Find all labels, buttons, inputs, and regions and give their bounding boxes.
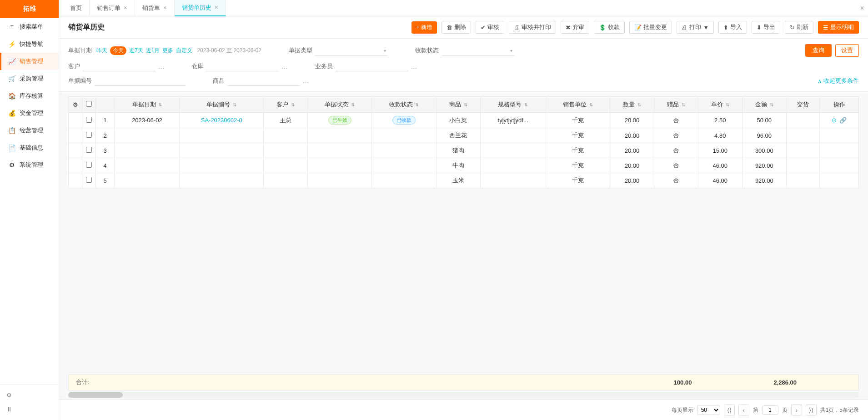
select-all-checkbox[interactable] [86, 101, 92, 107]
customer-dots-btn[interactable]: ... [158, 62, 164, 70]
goods-input[interactable] [227, 76, 300, 86]
shortcut-more[interactable]: 更多 [162, 47, 173, 55]
sidebar-item-sys-mgmt[interactable]: ⚙ 系统管理 [0, 156, 59, 174]
col-goods[interactable]: 商品 ⇅ [436, 97, 480, 113]
page-number-input[interactable] [762, 405, 778, 415]
warehouse-input[interactable] [206, 61, 279, 71]
new-button[interactable]: + 新增 [411, 21, 437, 34]
col-doc-date[interactable]: 单据日期 ⇅ [115, 97, 180, 113]
shortcut-1month[interactable]: 近1月 [146, 47, 160, 55]
cell-operation[interactable] [820, 143, 859, 158]
sort-unit-icon[interactable]: ⇅ [589, 102, 593, 107]
sort-amount-icon[interactable]: ⇅ [770, 102, 773, 107]
doc-type-select[interactable] [315, 45, 388, 55]
col-unit-price[interactable]: 单价 ⇅ [698, 97, 742, 113]
goods-dots-btn[interactable]: ... [303, 77, 309, 85]
staff-dots-btn[interactable]: ... [411, 62, 417, 70]
cell-checkbox[interactable] [82, 113, 96, 128]
link-btn[interactable]: 🔗 [839, 117, 847, 124]
col-pay-status[interactable]: 收款状态 ⇅ [372, 97, 436, 113]
import-button[interactable]: ⬆ 导入 [718, 21, 747, 34]
docno-input[interactable] [95, 76, 186, 86]
sort-goods-icon[interactable]: ⇅ [464, 102, 467, 107]
col-gift[interactable]: 赠品 ⇅ [654, 97, 698, 113]
print-button[interactable]: 🖨 打印 ▼ [677, 21, 714, 34]
col-customer[interactable]: 客户 ⇅ [264, 97, 308, 113]
cell-operation[interactable] [820, 158, 859, 173]
sort-gift-icon[interactable]: ⇅ [682, 102, 685, 107]
row-checkbox[interactable] [86, 117, 92, 123]
filter-settings-button[interactable]: 设置 [835, 44, 859, 57]
sidebar-bottom-pause[interactable]: ⏸ [0, 402, 59, 416]
customer-input[interactable] [83, 61, 156, 71]
export-button[interactable]: ⬇ 导出 [752, 21, 780, 34]
row-checkbox[interactable] [86, 162, 92, 168]
shortcut-today[interactable]: 今天 [110, 46, 126, 55]
row-checkbox[interactable] [86, 177, 92, 183]
sidebar-item-sales-mgmt[interactable]: 📈 销售管理 [0, 53, 59, 70]
pay-status-select[interactable] [442, 45, 514, 55]
prev-page-btn[interactable]: ‹ [738, 405, 749, 415]
first-page-btn[interactable]: ⟨⟨ [724, 405, 735, 415]
tab-sales-delivery-close[interactable]: ✕ [163, 5, 167, 11]
col-settings[interactable]: ⚙ [69, 97, 82, 113]
review-print-button[interactable]: 🖨 审核并打印 [509, 21, 556, 34]
tab-sales-order[interactable]: 销售订单 ✕ [90, 0, 135, 16]
query-button[interactable]: 查询 [805, 44, 832, 57]
per-page-select[interactable]: 50 100 [697, 405, 720, 415]
sidebar-bottom-settings[interactable]: ⚙ [0, 388, 59, 402]
last-page-btn[interactable]: ⟩⟩ [806, 405, 817, 415]
col-doc-status[interactable]: 单据状态 ⇅ [308, 97, 372, 113]
sort-doc-status-icon[interactable]: ⇅ [351, 102, 355, 107]
collapse-btn[interactable]: ∧ 收起更多条件 [818, 77, 859, 85]
cell-checkbox[interactable] [82, 158, 96, 173]
sort-unit-price-icon[interactable]: ⇅ [726, 102, 729, 107]
col-checkbox[interactable] [82, 97, 96, 113]
sort-spec-icon[interactable]: ⇅ [524, 102, 528, 107]
collect-button[interactable]: 💲 收款 [594, 21, 625, 34]
edit-btn[interactable]: ⊙ [832, 117, 837, 124]
show-detail-button[interactable]: ☰ 显示明细 [818, 21, 859, 34]
cell-checkbox[interactable] [82, 173, 96, 188]
sidebar-item-finance-mgmt[interactable]: 💰 资金管理 [0, 105, 59, 122]
row-checkbox[interactable] [86, 132, 92, 138]
warehouse-dots-btn[interactable]: ... [281, 62, 287, 70]
tab-sales-delivery[interactable]: 销货单 ✕ [135, 0, 175, 16]
sidebar-item-quick-nav[interactable]: ⚡ 快捷导航 [0, 35, 59, 53]
col-qty[interactable]: 数量 ⇅ [610, 97, 654, 113]
sidebar-item-inventory[interactable]: 🏠 库存核算 [0, 87, 59, 105]
tab-home[interactable]: 首页 [63, 0, 90, 16]
horizontal-scrollbar[interactable] [68, 392, 859, 398]
sort-doc-date-icon[interactable]: ⇅ [158, 102, 162, 107]
sidebar-item-search-menu[interactable]: ≡ 搜索菜单 [0, 18, 59, 35]
refresh-button[interactable]: ↻ 刷新 [785, 21, 813, 34]
cell-operation[interactable]: ⊙🔗 [820, 113, 859, 128]
col-doc-no[interactable]: 单据编号 ⇅ [180, 97, 264, 113]
cell-operation[interactable] [820, 173, 859, 188]
batch-change-button[interactable]: 📝 批量变更 [629, 21, 672, 34]
shortcut-yesterday[interactable]: 昨天 [96, 47, 107, 55]
shortcut-7days[interactable]: 近7天 [129, 47, 143, 55]
cell-operation[interactable] [820, 128, 859, 143]
col-unit[interactable]: 销售单位 ⇅ [546, 97, 610, 113]
shortcut-custom[interactable]: 自定义 [176, 47, 192, 55]
col-spec[interactable]: 规格型号 ⇅ [480, 97, 546, 113]
close-all-tabs-btn[interactable]: ✕ [860, 5, 864, 11]
abandon-button[interactable]: ✖ 弃审 [561, 21, 589, 34]
sidebar-item-ops-mgmt[interactable]: 📋 经营管理 [0, 122, 59, 139]
sort-doc-no-icon[interactable]: ⇅ [233, 102, 236, 107]
sort-qty-icon[interactable]: ⇅ [637, 102, 641, 107]
tab-sales-order-close[interactable]: ✕ [123, 5, 127, 11]
next-page-btn[interactable]: › [791, 405, 802, 415]
staff-input[interactable] [336, 61, 408, 71]
sort-pay-status-icon[interactable]: ⇅ [415, 102, 419, 107]
scrollbar-thumb[interactable] [68, 392, 123, 398]
sidebar-item-basic-info[interactable]: 📄 基础信息 [0, 139, 59, 156]
doc-no-link[interactable]: SA-20230602-0 [201, 117, 242, 124]
row-checkbox[interactable] [86, 147, 92, 153]
review-button[interactable]: ✔ 审核 [476, 21, 504, 34]
tab-sales-history[interactable]: 销货单历史 ✕ [175, 0, 226, 16]
sort-customer-icon[interactable]: ⇅ [291, 102, 295, 107]
cell-checkbox[interactable] [82, 143, 96, 158]
delete-button[interactable]: 🗑 删除 [442, 21, 471, 34]
